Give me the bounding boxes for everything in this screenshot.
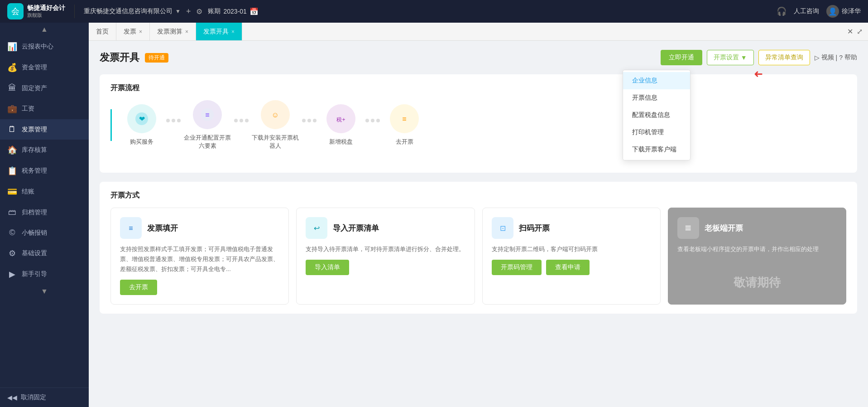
methods-section: 开票方式 ≡ 发票填开 支持按照发票样式手工填开发票；可开具增值税电子普通发票、…: [100, 182, 857, 314]
daoru-btn[interactable]: 导入清单: [306, 260, 349, 275]
dropdown-item-qiye-label: 企业信息: [632, 77, 657, 84]
svg-text:↩: ↩: [314, 224, 320, 232]
activate-button[interactable]: 立即开通: [661, 50, 702, 65]
period-value: 2023-01: [223, 8, 246, 15]
dot8: [307, 119, 311, 122]
sidebar-item-xinshou[interactable]: ▶ 新手引导: [0, 264, 89, 285]
sidebar-item-jiezhang[interactable]: 💳 结账: [0, 181, 89, 202]
sidebar-item-kucun[interactable]: 🏠 库存核算: [0, 140, 89, 160]
jiezhang-icon: 💳: [7, 187, 17, 197]
tiankao-icon: ≡: [120, 217, 142, 239]
tab-fapiaosusuan-close-icon[interactable]: ×: [185, 29, 188, 35]
tab-fapiaosusuan[interactable]: 发票测算 ×: [150, 23, 196, 40]
dropdown-item-kaipiao[interactable]: 开票信息: [623, 89, 690, 107]
dropdown-item-peizhi[interactable]: 配置税盘信息: [623, 107, 690, 124]
svg-text:❤: ❤: [139, 115, 145, 123]
sidebar-label-yunbao: 云报表中心: [22, 43, 53, 51]
method-desc-laoban: 查看老板端小程序提交的开票申请，并作出相应的处理: [677, 244, 837, 254]
settings-button[interactable]: 开票设置 ▼: [707, 50, 754, 65]
saoma-btn1[interactable]: 开票码管理: [492, 260, 542, 275]
tab-fapiao[interactable]: 发票 ×: [116, 23, 150, 40]
play-icon: ▷: [815, 54, 820, 61]
sidebar-label-shuiwu: 税务管理: [22, 167, 47, 175]
sidebar-item-yunbao[interactable]: 📊 云报表中心: [0, 36, 89, 57]
process-icon-1: ❤: [127, 104, 156, 133]
sidebar-label-jichushezhi: 基础设置: [22, 249, 47, 257]
support-label[interactable]: 人工咨询: [794, 7, 819, 15]
logo-area[interactable]: 会 畅捷通好会计 旗舰版: [7, 3, 65, 19]
sidebar-label-gongzi: 工资: [22, 105, 34, 113]
svg-text:≡: ≡: [129, 224, 133, 232]
dot6: [245, 119, 249, 122]
dropdown-item-xiazai[interactable]: 下载开票客户端: [623, 141, 690, 158]
settings-icon[interactable]: ⚙: [196, 7, 202, 16]
user-info[interactable]: 👤 徐泽华: [826, 5, 861, 18]
dropdown-item-dayinji[interactable]: 打印机管理: [623, 124, 690, 141]
logo-text: 畅捷通好会计: [27, 4, 65, 12]
tab-close-btn[interactable]: ✕: [847, 27, 853, 36]
settings-dropdown-menu: 企业信息 开票信息 配置税盘信息 打印机管理: [623, 70, 691, 160]
top-actions: + ⚙: [186, 7, 203, 16]
process-label-5: 去开票: [396, 138, 413, 146]
logo-text-block: 畅捷通好会计 旗舰版: [27, 4, 65, 19]
video-label[interactable]: 视频: [821, 53, 834, 62]
method-header-saoma: ⊡ 扫码开票: [492, 217, 651, 239]
dot12: [376, 119, 380, 122]
dot1: [166, 119, 170, 122]
method-title-tiankao: 发票填开: [147, 223, 178, 233]
sidebar-item-fapiao[interactable]: 🗒 发票管理: [0, 119, 89, 140]
sidebar-cancel-btn[interactable]: ◀◀ 取消固定: [0, 388, 89, 407]
process-icon-3: ☺: [261, 100, 290, 129]
process-dots-2: [234, 119, 249, 131]
tab-fapiaokaiju[interactable]: 发票开具 ×: [196, 23, 242, 40]
dot3: [177, 119, 181, 122]
help-label[interactable]: 帮助: [844, 53, 857, 62]
tab-fapiaokaiju-close-icon[interactable]: ×: [231, 29, 235, 35]
top-divider: [74, 5, 75, 18]
laoban-overlay: 敬请期待: [677, 270, 837, 295]
sidebar-item-gudingzichan[interactable]: 🏛 固定资产: [0, 78, 89, 98]
method-desc-tiankao: 支持按照发票样式手工填开发票；可开具增值税电子普通发票、增值税普通发票、增值税专…: [120, 244, 279, 274]
guidang-icon: 🗃: [7, 208, 17, 217]
status-badge: 待开通: [145, 53, 168, 63]
svg-text:税+: 税+: [336, 116, 345, 123]
add-icon[interactable]: +: [186, 7, 191, 16]
sidebar-item-guidang[interactable]: 🗃 归档管理: [0, 202, 89, 223]
dot11: [371, 119, 374, 122]
company-selector[interactable]: 重庆畅捷交通信息咨询有限公司 ▼: [84, 7, 181, 15]
sidebar-item-xiaochang[interactable]: © 小畅报销: [0, 223, 89, 243]
separator: |: [836, 54, 838, 61]
dropdown-item-qiye[interactable]: 企业信息: [623, 72, 690, 89]
process-dots-1: [166, 119, 181, 131]
sidebar-item-jichushezhi[interactable]: ⚙ 基础设置: [0, 243, 89, 264]
top-bar: 会 畅捷通好会计 旗舰版 重庆畅捷交通信息咨询有限公司 ▼ + ⚙ 账期 202…: [0, 0, 868, 23]
sidebar-label-guidang: 归档管理: [22, 208, 47, 217]
tab-fapiao-close-icon[interactable]: ×: [139, 29, 142, 35]
sidebar-item-zijin[interactable]: 💰 资金管理: [0, 57, 89, 78]
abnormal-button[interactable]: 异常清单查询: [758, 50, 810, 65]
sidebar-scroll-up[interactable]: ▲: [0, 23, 89, 36]
gudingzichan-icon: 🏛: [7, 83, 17, 93]
tab-home[interactable]: 首页: [89, 23, 116, 40]
xiaochang-icon: ©: [7, 228, 17, 237]
page-content: 发票开具 待开通 立即开通 开票设置 ▼ 企业信息: [89, 41, 868, 407]
sidebar-scroll-down[interactable]: ▼: [0, 285, 89, 298]
sidebar-label-xiaochang: 小畅报销: [22, 229, 47, 237]
tab-maximize-btn[interactable]: ⤢: [857, 27, 863, 36]
calendar-icon[interactable]: 📅: [249, 7, 259, 16]
process-step-1: ❤ 购买服务: [119, 104, 164, 146]
method-title-laoban: 老板端开票: [705, 223, 743, 233]
period-text: 账期: [208, 7, 221, 15]
tiankao-btn[interactable]: 去开票: [120, 280, 157, 295]
cancel-icon: ◀◀: [7, 394, 17, 401]
tab-home-label: 首页: [96, 28, 109, 36]
saoma-btns: 开票码管理 查看申请: [492, 260, 651, 275]
sidebar-item-shuiwu[interactable]: 📋 税务管理: [0, 160, 89, 181]
method-card-laoban: ≡ 老板端开票 查看老板端小程序提交的开票申请，并作出相应的处理 敬请期待: [668, 208, 846, 305]
sidebar-item-gongzi[interactable]: 💼 工资: [0, 98, 89, 119]
company-arrow-icon: ▼: [175, 8, 181, 15]
saoma-btn2[interactable]: 查看申请: [546, 260, 590, 275]
methods-section-title: 开票方式: [110, 191, 846, 200]
kucun-icon: 🏠: [7, 145, 17, 155]
laoban-icon: ≡: [677, 217, 699, 239]
